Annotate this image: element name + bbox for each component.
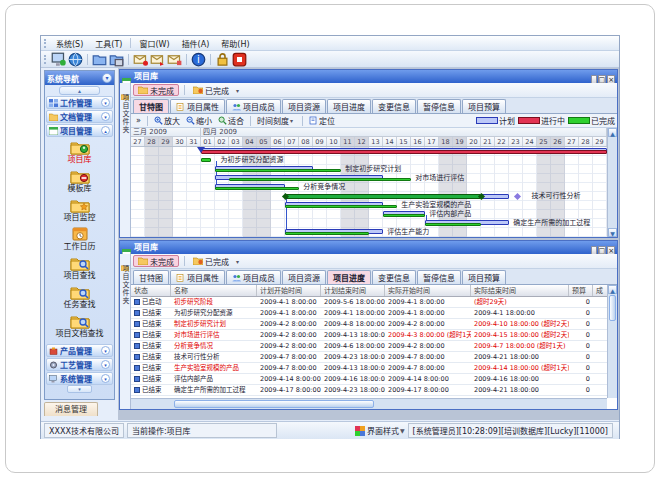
sidebar-more-button[interactable]: ▾ [67,385,92,393]
gantt-bar-complete[interactable] [229,178,411,181]
menu-item[interactable]: 系统(S) [50,37,89,50]
column-header-成[interactable]: 成 [593,285,607,296]
timescale-dropdown[interactable]: 时间刻度▾ [254,115,299,127]
gantt-vertical-scrollbar[interactable]: ▲ ▼ [607,128,617,237]
folder-panel-tab[interactable]: 项目文件夹 [120,254,131,409]
sidebar-item-工作日历[interactable]: 工作日历 [45,226,114,252]
sidebar-item-项目库[interactable]: 项目库 [45,139,114,165]
tab-项目属性[interactable]: 项目属性 [170,99,225,113]
monitor-icon[interactable] [51,52,66,66]
table-vertical-scrollbar[interactable]: ▲ [607,285,617,398]
mail-receive-icon[interactable] [167,52,182,66]
chevron-down-icon[interactable]: ▾ [236,87,239,94]
chevron-down-icon[interactable]: ▾ [101,360,110,369]
filter-button-已完成[interactable]: 已完成 [188,255,234,267]
tab-项目预算[interactable]: 项目预算 [462,99,506,113]
column-header-计划开始时间[interactable]: 计划开始时间 [257,285,321,296]
tab-项目资源[interactable]: 项目资源 [282,99,326,113]
scroll-up-icon[interactable]: ▲ [608,285,617,294]
chevron-down-icon[interactable]: ▼ [400,427,405,434]
window-titlebar[interactable]: 项目库 _□× [120,70,617,83]
chevron-down-icon[interactable]: ▾ [101,112,110,121]
tab-项目成员[interactable]: 项目成员 [226,270,281,284]
column-header-状态[interactable]: 状态 [131,285,171,296]
tab-message-management[interactable]: 消息管理 [44,402,98,416]
info-icon[interactable]: i [191,52,206,66]
sidebar-group-3[interactable]: 产品管理▾ [46,344,113,357]
gantt-bar-complete[interactable] [285,205,397,208]
zoom-out-button[interactable]: 缩小 [183,115,215,127]
tab-项目资源[interactable]: 项目资源 [282,270,326,284]
gantt-bar-inprogress[interactable] [201,150,607,154]
sidebar-group-0[interactable]: 工作管理▾ [46,96,113,109]
column-header-实际开始时间[interactable]: 实际开始时间 [385,285,471,296]
sidebar-collapse-button[interactable]: ▴ [59,86,100,95]
folder-panel-tab[interactable]: 项目文件夹 [120,83,131,237]
interface-style-label[interactable]: 界面样式 [367,425,399,436]
sidebar-item-项目查找[interactable]: 项目查找 [45,255,114,281]
sidebar-group-5[interactable]: 系统管理▾ [46,372,113,385]
sidebar-item-任务查找[interactable]: 任务查找 [45,284,114,310]
tab-甘特图[interactable]: 甘特图 [133,99,169,113]
tab-项目成员[interactable]: 项目成员 [226,99,281,113]
sidebar-item-项目监控[interactable]: 项目监控 [45,197,114,223]
menu-item[interactable]: 窗口(W) [133,37,175,50]
chevron-down-icon[interactable]: ▾ [101,98,110,107]
gantt-bar-plan[interactable] [481,194,509,199]
toolbar-grip[interactable] [44,55,47,64]
menu-item[interactable]: 插件(A) [176,37,216,50]
gantt-bar-complete[interactable] [285,232,369,235]
table-row[interactable]: 已结束制定初步研究计划2009-4-2 8:00:002009-4-8 18:0… [131,319,607,330]
tab-变更信息[interactable]: 变更信息 [372,99,416,113]
mail-new-icon[interactable] [133,52,148,66]
chevron-down-icon[interactable]: ▾ [236,258,239,265]
table-row[interactable]: 已结束评估内部产品2009-4-14 8:00:002009-4-16 18:0… [131,374,607,385]
sidebar-group-4[interactable]: 工艺管理▾ [46,358,113,371]
table-row[interactable]: 已结束技术可行性分析2009-4-7 8:00:002009-4-23 18:0… [131,352,607,363]
tab-项目属性[interactable]: 项目属性 [170,270,225,284]
table-row[interactable]: 已结束生产实验室规模的产品2009-4-7 8:00:002009-4-13 1… [131,363,607,374]
globe-icon[interactable] [68,52,83,66]
filter-button-未完成[interactable]: 未完成 [133,255,179,267]
column-header-实际结束时间[interactable]: 实际结束时间 [471,285,569,296]
chevron-down-icon[interactable]: ▾ [101,374,110,383]
tab-项目预算[interactable]: 项目预算 [462,270,506,284]
gantt-bar-summary[interactable] [285,194,481,199]
toolbar-grip[interactable] [44,39,47,48]
column-header-计划结束时间[interactable]: 计划结束时间 [321,285,385,296]
table-row[interactable]: 已结束分析竞争情况2009-4-2 8:00:002009-4-6 18:00:… [131,341,607,352]
tab-变更信息[interactable]: 变更信息 [372,270,416,284]
gantt-bar-complete[interactable] [201,158,211,162]
column-header-预算[interactable]: 预算 [569,285,593,296]
table-row[interactable]: 已结束为初步研究分配资源2009-4-1 8:00:002009-4-1 18:… [131,308,607,319]
gantt-bar-complete[interactable] [215,169,341,172]
window-titlebar[interactable]: 项目库 _□× [120,241,617,254]
sidebar-item-模板库[interactable]: 模板库 [45,168,114,194]
sidebar-group-2[interactable]: 项目管理▴ [46,124,113,137]
folder-save-icon[interactable] [109,52,124,66]
menu-item[interactable]: 工具(T) [89,37,128,50]
scrollbar-thumb[interactable] [174,400,374,408]
gantt-bar-complete[interactable] [383,214,425,217]
menu-item[interactable]: 帮助(H) [215,37,255,50]
tab-项目进度[interactable]: 项目进度 [327,270,371,284]
tab-暂停信息[interactable]: 暂停信息 [417,270,461,284]
overflow-chevron-icon[interactable]: » [133,115,144,127]
mail-send-icon[interactable] [150,52,165,66]
gantt-bar-complete[interactable] [215,187,299,190]
chevron-down-icon[interactable]: ▾ [101,346,110,355]
sidebar-group-1[interactable]: 文档管理▾ [46,110,113,123]
filter-button-已完成[interactable]: 已完成 [188,84,234,96]
zoom-in-button[interactable]: 放大 [151,115,183,127]
tab-项目进度[interactable]: 项目进度 [327,99,371,113]
column-header-名称[interactable]: 名称 [171,285,257,296]
table-horizontal-scrollbar[interactable] [131,398,607,409]
gantt-bar-complete[interactable] [425,223,481,226]
lock-icon[interactable] [215,52,230,66]
scroll-down-icon[interactable]: ▼ [608,228,617,237]
folder-open-icon[interactable] [92,52,107,66]
sidebar-item-项目文档查找[interactable]: 项目文档查找 [45,313,114,339]
locate-button[interactable]: 定位 [306,115,338,127]
scrollbar-thumb[interactable] [609,295,616,321]
chevron-down-icon[interactable]: ▾ [102,73,112,83]
